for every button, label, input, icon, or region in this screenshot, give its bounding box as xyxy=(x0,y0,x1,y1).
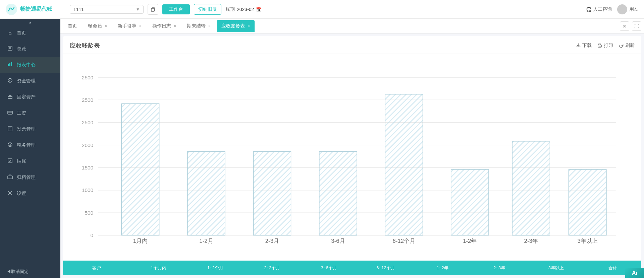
refresh-icon xyxy=(619,43,624,48)
th-1month: 1个月内 xyxy=(130,265,187,271)
tab-member-close[interactable]: × xyxy=(105,24,107,28)
bar-1-2年 xyxy=(451,169,489,235)
tab-oplog-close[interactable]: × xyxy=(174,24,176,28)
assets-svg xyxy=(7,94,13,99)
page-title: 应收账龄表 xyxy=(70,42,100,50)
sidebar-item-archive[interactable]: 归档管理 xyxy=(0,169,60,186)
cancel-fixed-label: ◀取消固定 xyxy=(7,269,29,275)
main-layout: ▲ ⌂ 首页 总账 报表中心 ¥ 资金管理 固定资产 xyxy=(0,19,644,278)
svg-text:6-12个月: 6-12个月 xyxy=(393,238,416,244)
salary-icon xyxy=(7,110,13,117)
svg-point-20 xyxy=(9,144,10,144)
tab-home[interactable]: 首页 xyxy=(63,20,82,32)
assets-icon xyxy=(7,94,13,100)
sidebar-label-checkout: 结账 xyxy=(17,158,26,164)
svg-text:2500: 2500 xyxy=(82,97,93,103)
sidebar-label-funds: 资金管理 xyxy=(17,78,36,84)
th-6-12month: 6~12个月 xyxy=(357,265,414,271)
tab-ar-aging[interactable]: 应收账龄表 × xyxy=(217,20,255,32)
tab-oplog[interactable]: 操作日志 × xyxy=(148,20,181,32)
company-name: 1111 xyxy=(73,7,133,12)
svg-rect-2 xyxy=(151,8,154,11)
tab-period-end[interactable]: 期末结转 × xyxy=(182,20,215,32)
tab-member-label: 畅会员 xyxy=(88,23,102,29)
tab-member[interactable]: 畅会员 × xyxy=(83,20,112,32)
print-icon xyxy=(597,43,602,48)
consult-area[interactable]: 🎧 人工咨询 xyxy=(586,6,612,12)
workbench-button[interactable]: 工作台 xyxy=(162,4,190,14)
sidebar-label-home: 首页 xyxy=(17,30,26,36)
bar-chart: 2500 2500 2500 2000 1500 1000 500 0 xyxy=(70,59,635,255)
bar-6-12月 xyxy=(385,94,423,235)
svg-text:3年以上: 3年以上 xyxy=(577,238,597,244)
svg-rect-22 xyxy=(8,159,12,163)
svg-text:2500: 2500 xyxy=(82,75,93,80)
tab-oplog-label: 操作日志 xyxy=(152,23,171,29)
ai-badge[interactable]: Ai xyxy=(625,268,644,278)
sidebar-item-invoice[interactable]: 发票管理 xyxy=(0,121,60,137)
refresh-button[interactable]: 刷新 xyxy=(619,43,635,49)
tab-period-end-close[interactable]: × xyxy=(208,24,211,28)
tax-icon xyxy=(7,142,13,149)
bar-3年以上 xyxy=(569,169,606,235)
svg-text:500: 500 xyxy=(85,210,93,216)
company-selector[interactable]: 1111 ▼ xyxy=(70,5,144,14)
checkout-icon xyxy=(7,158,13,165)
svg-text:1500: 1500 xyxy=(82,165,93,170)
svg-text:1-2年: 1-2年 xyxy=(463,238,477,244)
th-3-6month: 3~6个月 xyxy=(301,265,357,271)
svg-text:1000: 1000 xyxy=(82,187,93,193)
print-label: 打印 xyxy=(604,43,613,49)
sidebar-item-reports[interactable]: 报表中心 xyxy=(0,57,60,73)
page-content: 应收账龄表 下载 打印 刷新 xyxy=(63,36,641,275)
svg-rect-27 xyxy=(599,46,601,47)
download-button[interactable]: 下载 xyxy=(576,43,592,49)
sidebar-item-ledger[interactable]: 总账 xyxy=(0,41,60,57)
sidebar-label-tax: 税务管理 xyxy=(17,142,36,148)
sidebar-scroll-up[interactable]: ▲ xyxy=(0,19,60,25)
page-header: 应收账龄表 下载 打印 刷新 xyxy=(63,36,641,54)
tab-guide[interactable]: 新手引导 × xyxy=(113,20,146,32)
refresh-label: 刷新 xyxy=(625,43,635,49)
sidebar-item-settings[interactable]: 设置 xyxy=(0,186,60,202)
sidebar-item-home[interactable]: ⌂ 首页 xyxy=(0,25,60,41)
header-right: 🎧 人工咨询 用友 xyxy=(586,4,639,14)
user-area[interactable]: 用友 xyxy=(617,4,639,14)
sidebar-label-assets: 固定资产 xyxy=(17,94,36,100)
period-area: 账期 2023-02 📅 xyxy=(225,6,262,12)
tab-guide-label: 新手引导 xyxy=(118,23,137,29)
th-3year-plus: 3年以上 xyxy=(528,265,584,271)
checkout-svg xyxy=(7,158,13,163)
cancel-fixed-button[interactable]: ◀取消固定 xyxy=(0,265,60,278)
logo-text: 畅捷通易代账 xyxy=(20,6,52,13)
logo-icon xyxy=(5,3,17,15)
switch-button[interactable]: 切到旧版 xyxy=(194,4,221,15)
sidebar-item-assets[interactable]: 固定资产 xyxy=(0,89,60,105)
svg-rect-8 xyxy=(9,63,10,66)
sidebar-item-tax[interactable]: 税务管理 xyxy=(0,137,60,153)
svg-text:2000: 2000 xyxy=(82,142,93,148)
copy-button[interactable] xyxy=(148,4,158,15)
expand-button[interactable]: ⛶ xyxy=(632,21,641,31)
svg-rect-12 xyxy=(8,96,12,98)
sidebar-label-ledger: 总账 xyxy=(17,46,26,52)
sidebar-item-checkout[interactable]: 结账 xyxy=(0,153,60,169)
calendar-icon[interactable]: 📅 xyxy=(256,7,262,12)
logo-area: 畅捷通易代账 xyxy=(5,3,66,15)
page-actions: 下载 打印 刷新 xyxy=(576,43,635,49)
top-header: 畅捷通易代账 1111 ▼ 工作台 切到旧版 账期 2023-02 📅 🎧 人工… xyxy=(0,0,644,19)
bar-3-6月 xyxy=(319,152,357,235)
ledger-svg xyxy=(7,46,13,51)
settings-icon xyxy=(7,190,13,197)
tab-ar-aging-close[interactable]: × xyxy=(248,24,250,28)
svg-text:0: 0 xyxy=(91,232,94,238)
tab-guide-close[interactable]: × xyxy=(139,24,142,28)
bar-2-3月 xyxy=(253,152,291,235)
funds-svg: ¥ xyxy=(7,78,13,83)
user-avatar xyxy=(617,4,627,14)
sidebar-item-salary[interactable]: 工资 xyxy=(0,105,60,121)
bar-1-2月 xyxy=(187,152,225,235)
close-all-button[interactable]: ✕ xyxy=(620,21,629,31)
sidebar-item-funds[interactable]: ¥ 资金管理 xyxy=(0,73,60,89)
print-button[interactable]: 打印 xyxy=(597,43,613,49)
